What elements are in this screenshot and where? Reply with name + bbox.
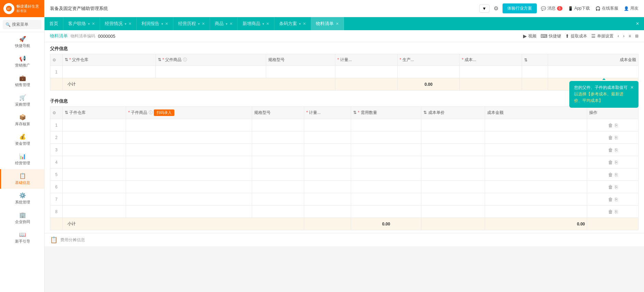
- child-row4-spec[interactable]: [252, 156, 304, 168]
- sidebar-item-purchase[interactable]: 🛒 采购管理: [0, 91, 44, 110]
- child-row1-product[interactable]: [126, 119, 252, 131]
- delete-icon[interactable]: 🗑: [608, 135, 613, 140]
- copy-icon[interactable]: ⎘: [615, 184, 618, 190]
- tab-history-close[interactable]: ✕: [202, 22, 205, 26]
- child-row8-spec[interactable]: [252, 206, 304, 218]
- parent-col-settings[interactable]: ⚙: [50, 54, 63, 66]
- parent-row1-produce[interactable]: [397, 66, 460, 78]
- copy-icon[interactable]: ⎘: [615, 122, 618, 128]
- child-row4-warehouse[interactable]: [63, 156, 126, 168]
- child-row1-unit-cost[interactable]: [421, 119, 485, 131]
- tab-customer[interactable]: 客户联络 ▾ ✕: [63, 17, 100, 30]
- delete-icon[interactable]: 🗑: [608, 209, 613, 214]
- col-config-icon[interactable]: ⚙: [52, 58, 56, 62]
- sidebar-item-quicknav[interactable]: 🚀 快捷导航: [0, 32, 44, 52]
- sidebar-item-basic[interactable]: 📋 基础信息: [0, 169, 44, 189]
- child-row7-unit[interactable]: [304, 193, 351, 206]
- child-row3-qty[interactable]: [351, 144, 421, 156]
- parent-row1-spec[interactable]: [266, 66, 335, 78]
- child-row2-unit[interactable]: [304, 131, 351, 144]
- tab-product-close[interactable]: ✕: [230, 22, 233, 26]
- sidebar-item-enterprise[interactable]: 🏢 企业协同: [0, 208, 44, 228]
- nav-next[interactable]: ›: [623, 34, 624, 38]
- child-sort-icon3[interactable]: ⇅: [423, 110, 427, 115]
- child-row8-unit-cost[interactable]: [421, 206, 485, 218]
- sidebar-search[interactable]: 🔍 搜索菜单: [0, 17, 44, 32]
- sort-icon[interactable]: ⇅: [65, 57, 68, 62]
- tab-profit-close[interactable]: ✕: [165, 22, 168, 26]
- sidebar-item-finance[interactable]: 💰 资金管理: [0, 130, 44, 150]
- child-row3-spec[interactable]: [252, 144, 304, 156]
- child-row6-qty[interactable]: [351, 181, 421, 193]
- tab-history[interactable]: 经营历程 ▾ ✕: [173, 17, 210, 30]
- child-row4-unit[interactable]: [304, 156, 351, 168]
- grid-view-action[interactable]: ⊞: [635, 34, 639, 38]
- child-row6-warehouse[interactable]: [63, 181, 126, 193]
- child-row1-unit[interactable]: [304, 119, 351, 131]
- child-row1-qty[interactable]: [351, 119, 421, 131]
- child-sort-icon2[interactable]: ⇅: [353, 110, 357, 115]
- sidebar-item-system[interactable]: ⚙️ 系统管理: [0, 189, 44, 208]
- child-row5-unit-cost[interactable]: [421, 168, 485, 181]
- sort-icon2[interactable]: ⇅: [158, 57, 161, 62]
- scan-button[interactable]: 扫码录入: [154, 109, 174, 116]
- child-row2-spec[interactable]: [252, 131, 304, 144]
- breadcrumb-parent[interactable]: 物料清单: [50, 33, 68, 39]
- sidebar-item-sales[interactable]: 💼 销售管理: [0, 71, 44, 91]
- child-row4-unit-cost[interactable]: [421, 156, 485, 168]
- child-row8-product[interactable]: [126, 206, 252, 218]
- shortcut-action[interactable]: ⌨ 快捷键: [541, 33, 561, 39]
- child-row5-qty[interactable]: [351, 168, 421, 181]
- tab-home[interactable]: 首页: [45, 17, 63, 30]
- tab-product[interactable]: 商品 ▾ ✕: [210, 17, 238, 30]
- child-row4-qty[interactable]: [351, 156, 421, 168]
- copy-icon[interactable]: ⎘: [615, 209, 618, 214]
- delete-icon[interactable]: 🗑: [608, 160, 613, 165]
- child-row2-product[interactable]: [126, 131, 252, 144]
- single-settings-action[interactable]: ☰ 单据设置: [591, 33, 614, 39]
- sidebar-item-inventory[interactable]: 📦 库存核算: [0, 110, 44, 130]
- child-row8-unit[interactable]: [304, 206, 351, 218]
- video-action[interactable]: ▶ 视频: [523, 33, 536, 39]
- child-row2-unit-cost[interactable]: [421, 131, 485, 144]
- child-row3-unit-cost[interactable]: [421, 144, 485, 156]
- search-menu-button[interactable]: 🔍 搜索菜单: [3, 20, 41, 29]
- child-row5-warehouse[interactable]: [63, 168, 126, 181]
- child-row3-warehouse[interactable]: [63, 144, 126, 156]
- child-row1-warehouse[interactable]: [63, 119, 126, 131]
- tab-barcode[interactable]: 条码方案 ▾ ✕: [274, 17, 311, 30]
- child-row7-spec[interactable]: [252, 193, 304, 206]
- tooltip-close-button[interactable]: ✕: [630, 84, 634, 91]
- tab-customer-close[interactable]: ✕: [92, 22, 95, 26]
- delete-icon[interactable]: 🗑: [608, 147, 613, 153]
- delete-icon[interactable]: 🗑: [608, 184, 613, 190]
- parent-row1-warehouse[interactable]: [63, 66, 156, 78]
- nav-prev[interactable]: ‹: [618, 34, 619, 38]
- tab-bom-close[interactable]: ✕: [336, 22, 339, 26]
- child-row8-qty[interactable]: [351, 206, 421, 218]
- child-row5-product[interactable]: [126, 168, 252, 181]
- sidebar-item-guide[interactable]: 📖 新手引导: [0, 228, 44, 247]
- parent-row1-product[interactable]: [156, 66, 266, 78]
- tab-barcode-close[interactable]: ✕: [303, 22, 306, 26]
- trial-button[interactable]: 体验行业方案: [503, 3, 537, 13]
- child-row1-spec[interactable]: [252, 119, 304, 131]
- child-row7-qty[interactable]: [351, 193, 421, 206]
- child-row7-warehouse[interactable]: [63, 193, 126, 206]
- sidebar-item-marketing[interactable]: 📢 营销推广: [0, 52, 44, 71]
- child-row6-unit[interactable]: [304, 181, 351, 193]
- child-row2-warehouse[interactable]: [63, 131, 126, 144]
- child-row7-product[interactable]: [126, 193, 252, 206]
- tab-profit[interactable]: 利润报告 ▾ ✕: [137, 17, 173, 30]
- delete-icon[interactable]: 🗑: [608, 172, 613, 177]
- delete-icon[interactable]: 🗑: [608, 197, 613, 202]
- child-row4-product[interactable]: [126, 156, 252, 168]
- child-row3-product[interactable]: [126, 144, 252, 156]
- child-row5-spec[interactable]: [252, 168, 304, 181]
- sidebar-item-operation[interactable]: 📊 经营管理: [0, 150, 44, 169]
- child-row6-unit-cost[interactable]: [421, 181, 485, 193]
- extract-cost-action[interactable]: ⬆ 提取成本: [565, 33, 587, 39]
- copy-icon[interactable]: ⎘: [615, 197, 618, 202]
- delete-icon[interactable]: 🗑: [608, 122, 613, 128]
- parent-row1-cost[interactable]: [460, 66, 522, 78]
